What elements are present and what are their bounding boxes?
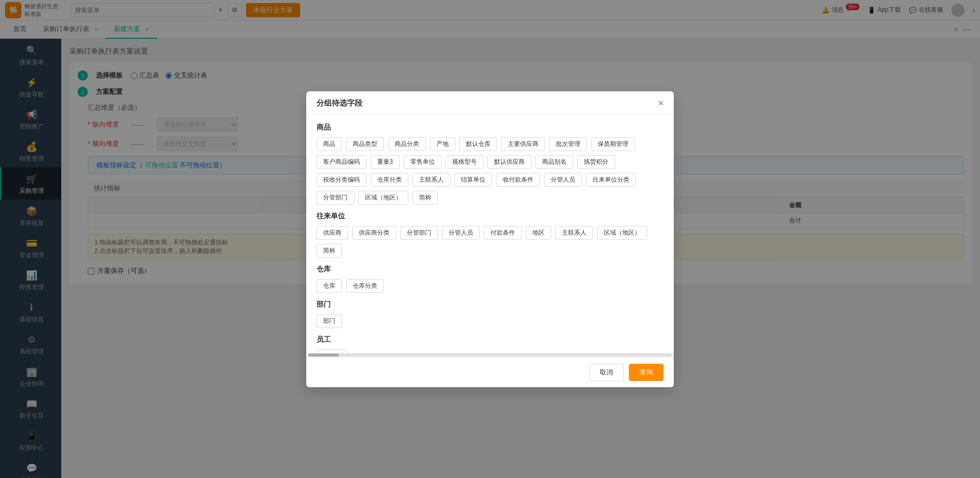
- modal-footer: 取消 查询: [306, 357, 674, 387]
- field-tag-warehouse-cat[interactable]: 仓库分类: [346, 279, 384, 293]
- field-tag-goods-category[interactable]: 商品分类: [388, 137, 426, 151]
- field-tag-origin[interactable]: 产地: [430, 137, 455, 151]
- section-title-warehouse: 仓库: [316, 265, 664, 274]
- section-title-goods: 商品: [316, 123, 664, 132]
- section-title-employee: 员工: [316, 335, 664, 344]
- field-tags-goods: 商品 商品类型 商品分类 产地 默认仓库 主要供应商 批次管理 保质期管理 客户…: [316, 137, 664, 205]
- field-tag-region-goods[interactable]: 区域（地区）: [358, 191, 408, 205]
- modal-close-button[interactable]: ×: [658, 98, 664, 108]
- modal-title: 分组待选字段: [316, 98, 362, 108]
- field-tag-retail-unit[interactable]: 零售单位: [404, 155, 442, 169]
- field-tag-main-supplier[interactable]: 主要供应商: [501, 137, 545, 151]
- field-tag-manager-goods[interactable]: 分管人员: [544, 173, 582, 187]
- field-tag-short-name-goods[interactable]: 简称: [412, 191, 438, 205]
- field-tag-weight3[interactable]: 重量3: [371, 155, 400, 169]
- field-tag-tax-code[interactable]: 税收分类编码: [316, 173, 366, 187]
- hscroll-thumb: [308, 354, 339, 357]
- field-tag-dept-goods[interactable]: 分管部门: [316, 191, 354, 205]
- field-tag-short-name-partner[interactable]: 简称: [316, 244, 342, 258]
- field-tags-partner: 供应商 供应商分类 分管部门 分管人员 付款条件 地区 主联系人 区域（地区） …: [316, 226, 664, 258]
- field-tag-main-contact-partner[interactable]: 主联系人: [555, 226, 593, 240]
- section-title-partner: 往来单位: [316, 212, 664, 221]
- modal-horizontal-scrollbar[interactable]: [306, 353, 674, 357]
- field-tag-default-supplier[interactable]: 默认供应商: [487, 155, 531, 169]
- field-tag-customer-code[interactable]: 客户商品编码: [316, 155, 366, 169]
- field-tag-dept-partner[interactable]: 分管部门: [400, 226, 438, 240]
- modal-header: 分组待选字段 ×: [306, 91, 674, 115]
- modal-cancel-button[interactable]: 取消: [589, 364, 624, 381]
- field-tag-warehouse-category[interactable]: 仓库分类: [371, 173, 408, 187]
- field-tag-shelf-life[interactable]: 保质期管理: [591, 137, 635, 151]
- field-tag-department[interactable]: 部门: [316, 314, 342, 328]
- field-tag-batch-mgmt[interactable]: 批次管理: [549, 137, 587, 151]
- field-tag-payment-partner[interactable]: 付款条件: [484, 226, 522, 240]
- field-tag-region-partner[interactable]: 地区: [526, 226, 551, 240]
- modal-body[interactable]: 商品 商品 商品类型 商品分类 产地 默认仓库 主要供应商 批次管理 保质期管理…: [306, 115, 674, 353]
- field-tag-supplier[interactable]: 供应商: [316, 226, 348, 240]
- field-tag-goods-alias[interactable]: 商品别名: [535, 155, 573, 169]
- field-tags-employee: 业务员: [316, 349, 664, 353]
- field-tag-area-partner[interactable]: 区域（地区）: [597, 226, 647, 240]
- field-tag-settlement-unit[interactable]: 结算单位: [454, 173, 492, 187]
- field-tag-supplier-category[interactable]: 供应商分类: [352, 226, 396, 240]
- field-tag-pick-points[interactable]: 拣货积分: [577, 155, 615, 169]
- section-title-department: 部门: [316, 300, 664, 309]
- field-tags-warehouse: 仓库 仓库分类: [316, 279, 664, 293]
- field-tag-partner-category[interactable]: 往来单位分类: [586, 173, 636, 187]
- field-tag-spec-model[interactable]: 规格型号: [446, 155, 483, 169]
- field-tag-main-contact[interactable]: 主联系人: [412, 173, 450, 187]
- field-tag-manager-partner[interactable]: 分管人员: [442, 226, 480, 240]
- field-tag-goods-type[interactable]: 商品类型: [346, 137, 384, 151]
- field-tag-goods[interactable]: 商品: [316, 137, 342, 151]
- field-tags-department: 部门: [316, 314, 664, 328]
- field-select-modal: 分组待选字段 × 商品 商品 商品类型 商品分类 产地 默认仓库 主要供应商 批…: [306, 91, 674, 387]
- field-tag-warehouse[interactable]: 仓库: [316, 279, 342, 293]
- field-tag-default-warehouse[interactable]: 默认仓库: [459, 137, 497, 151]
- modal-confirm-button[interactable]: 查询: [629, 364, 664, 381]
- hscroll-track: [308, 354, 672, 357]
- field-tag-payment-terms[interactable]: 收付款条件: [496, 173, 540, 187]
- field-tag-salesman[interactable]: 业务员: [316, 349, 348, 353]
